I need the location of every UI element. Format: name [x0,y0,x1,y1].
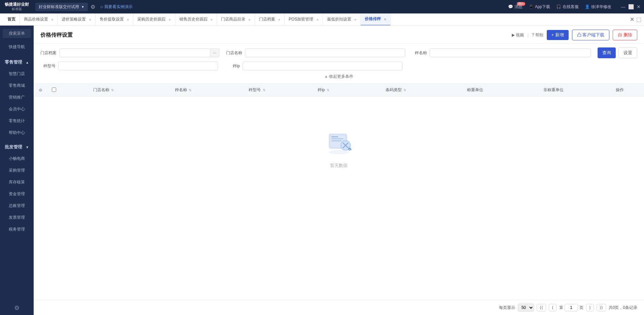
scale-model-input[interactable] [58,62,218,70]
tab-goods-price[interactable]: 商品价格设置 × [20,13,58,26]
online-service-label: 在线客服 [563,4,579,10]
sidebar-item-smart-store[interactable]: 智慧门店 [0,68,34,80]
first-page-icon: ⟨⟨ [540,305,543,310]
store-profile-more-icon[interactable]: ··· [210,48,219,57]
tab-store-profile-close[interactable]: × [278,18,280,22]
tab-price-scale[interactable]: 价格传秤 × [361,13,390,26]
current-page-input[interactable] [565,304,578,311]
collapse-up-icon: ∧ [325,74,328,79]
tab-price-scale-close[interactable]: × [384,17,386,21]
online-service-item[interactable]: 🎧 在线客服 [556,4,579,10]
tab-store-profile[interactable]: 门店档案 × [255,13,285,26]
app-download-item[interactable]: 📱 App下载 [529,4,550,10]
tab-home[interactable]: 首页 [3,13,20,26]
sidebar-item-retail-stats[interactable]: 零售统计 [0,115,34,127]
sidebar-item-general-ledger[interactable]: 总账管理 [0,200,34,212]
search-menu-button[interactable]: 搜索菜单 [3,29,31,38]
version-settings-icon[interactable]: ⚙ [91,4,95,10]
tab-sale-price[interactable]: 售价提取设置 × [96,13,133,26]
select-all-checkbox[interactable] [52,88,56,92]
sidebar-item-help-center[interactable]: 帮助中心 [0,127,34,139]
sidebar-section-retail-header[interactable]: 零售管理 ▲ [0,57,34,68]
sidebar-item-retail-mall[interactable]: 零售商城 [0,80,34,92]
prev-page-button[interactable]: ⟨ [549,304,557,311]
tab-maximize-icon[interactable]: ⬚ [636,16,641,23]
collapse-label: 收起更多条件 [329,74,353,79]
sidebar-item-marketing[interactable]: 营销推广 [0,92,34,103]
tab-purchase-history[interactable]: 采购历史价跟踪 × [133,13,175,26]
download-button[interactable]: 凸 客户端下载 [572,30,610,40]
per-page-select[interactable]: 50 [518,304,534,312]
sort-scale-ip-icon[interactable]: ⇅ [327,88,329,92]
tab-min-discount[interactable]: 最低折扣设置 × [323,13,361,26]
maximize-icon[interactable]: ⬜ [628,4,634,9]
user-name: 徐泽华修改 [591,4,611,10]
sidebar-section-retail: 零售管理 ▲ 智慧门店 零售商城 营销推广 会员中心 零售统计 [0,54,34,141]
logo-title: 畅捷通好业财 [5,2,29,7]
tab-price-scale-label: 价格传秤 [365,16,381,22]
app-container: 畅捷通好业财 标准版 好业财标准版交付试用 ▼ ⚙ ○ 我要看实例演示 💬 消息… [0,0,644,315]
sidebar-item-quick-nav[interactable]: 快捷导航 [0,41,34,53]
retail-label: 零售管理 [5,59,22,65]
filter-store-name: 门店名称 [226,48,405,57]
filter-area: 门店档案 ··· 门店名称 秤名称 [34,43,644,84]
tab-purchase-strategy[interactable]: 进价策略设置 × [58,13,95,26]
th-barcode-type: 条码类型 ⇅ [353,84,439,97]
sort-scale-name-icon[interactable]: ⇅ [189,88,191,92]
sidebar-item-tax[interactable]: 税务管理 [0,223,34,235]
tab-store-catalog-close[interactable]: × [248,18,250,22]
demo-link[interactable]: ○ 我要看实例演示 [100,4,133,10]
tab-pos-manage-close[interactable]: × [316,18,318,22]
logo-subtitle: 标准版 [12,7,22,11]
tab-purchase-strategy-close[interactable]: × [89,18,91,22]
query-button[interactable]: 查询 [598,47,616,58]
play-icon: ▶ [512,33,515,37]
sidebar-item-purchase-mgmt[interactable]: 采购管理 [0,165,34,176]
tab-purchase-history-close[interactable]: × [169,18,171,22]
app-download-label: App下载 [535,4,550,10]
th-checkbox[interactable] [47,84,61,97]
help-link[interactable]: ? 帮助 [532,32,543,38]
sidebar-item-member-center[interactable]: 会员中心 [0,103,34,115]
video-link[interactable]: ▶ 视频 [512,32,524,38]
add-button[interactable]: + 新增 [547,30,569,40]
settings-button[interactable]: 设置 [618,47,637,58]
scale-ip-input[interactable] [243,62,402,70]
close-icon[interactable]: ✕ [637,4,641,9]
sidebar-item-xiao-chang[interactable]: 小畅电商 [0,153,34,165]
tab-sale-history-close[interactable]: × [211,18,213,22]
th-weight-unit: 称重单位 [439,84,511,97]
settings-icon: ⚙ [14,305,20,311]
sort-store-name-icon[interactable]: ⇅ [111,88,114,92]
last-page-button[interactable]: ⟩⟩ [597,304,606,311]
tab-pos-manage[interactable]: POS加密管理 × [285,13,323,26]
sidebar-item-inventory[interactable]: 库存核算 [0,176,34,188]
message-item[interactable]: 💬 消息 99+ [508,4,523,10]
tab-sale-price-close[interactable]: × [127,18,129,22]
tab-sale-history[interactable]: 销售历史价跟踪 × [175,13,217,26]
tab-store-catalog[interactable]: 门店商品目录 × [217,13,255,26]
tab-min-discount-close[interactable]: × [354,18,356,22]
next-page-button[interactable]: ⟩ [586,304,594,311]
tab-close-all-icon[interactable]: ✕ [630,16,634,23]
user-item[interactable]: 👤 徐泽华修改 [585,4,611,10]
sidebar-item-finance[interactable]: 资金管理 [0,188,34,200]
first-page-button[interactable]: ⟨⟨ [537,304,546,311]
collapse-button[interactable]: ∧ 收起更多条件 [325,74,353,79]
help-label: 帮助 [535,32,543,38]
sidebar-section-wholesale-header[interactable]: 批发管理 ▼ [0,141,34,153]
tab-goods-price-close[interactable]: × [51,18,53,22]
video-label: 视频 [516,32,524,38]
question-icon: ? [532,33,534,37]
sidebar-footer[interactable]: ⚙ [0,301,34,315]
sort-scale-model-icon[interactable]: ⇅ [263,88,265,92]
store-name-input[interactable] [245,48,405,57]
th-settings[interactable]: ⚙ [34,84,47,97]
store-profile-input[interactable] [59,48,210,57]
minimize-icon[interactable]: — [621,4,625,9]
scale-name-input[interactable] [430,48,591,57]
sort-barcode-type-icon[interactable]: ⇅ [403,88,406,92]
delete-button[interactable]: 自 删除 [613,30,637,40]
version-selector[interactable]: 好业财标准版交付试用 ▼ [35,3,88,11]
sidebar-item-invoice[interactable]: 发票管理 [0,212,34,223]
